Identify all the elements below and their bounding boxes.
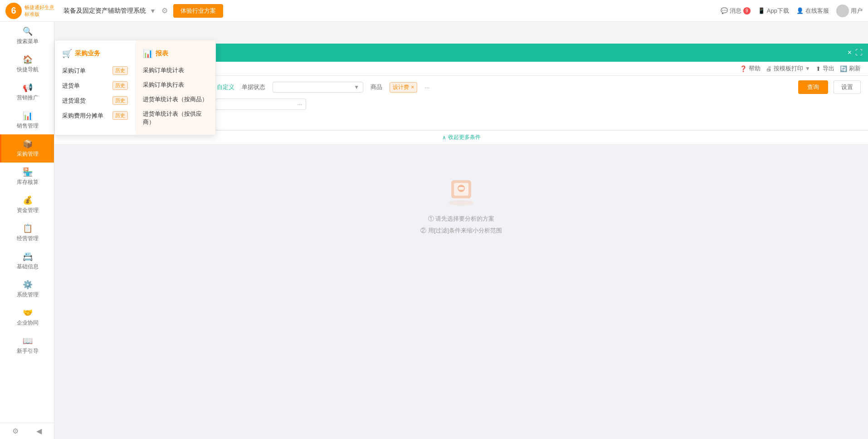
dropdown-item-report-order-exec[interactable]: 采购订单执行表 [136,78,216,92]
sidebar-item-quick-nav[interactable]: 🏠 快捷导航 [0,50,54,78]
print-btn[interactable]: 🖨 按模板打印 ▼ [766,64,810,73]
sidebar-label-inventory: 库存核算 [17,178,39,186]
print-icon: 🖨 [766,65,772,72]
purchase-col-header: 🛒 采购业务 [55,46,135,63]
sidebar-label-system: 系统管理 [17,291,39,299]
report-col: 📊 报表 采购订单统计表 采购订单执行表 进货单统计表（按商品） 进货单统计表（… [136,40,216,135]
sidebar-label-quick-nav: 快捷导航 [17,66,39,74]
refresh-btn[interactable]: 🔄 刷新 [840,64,861,73]
dropdown-item-purchase-expense[interactable]: 采购费用分摊单 历史 [55,108,135,123]
logo: 6 畅捷通好生意 标准版 [5,3,60,19]
logo-icon: 6 [5,3,22,19]
sidebar-label-basic: 基础信息 [17,263,39,271]
empty-hint: ① 请先选择要分析的方案 ② 用[过滤]条件来缩小分析范围 [420,213,502,237]
topbar-right: 💬 消息 9 📱 App下载 👤 在线客服 用户 [721,5,863,17]
system-title: 装备及固定资产辅助管理系统 ▼ [63,7,158,15]
help-icon: ❓ [740,65,747,72]
query-button[interactable]: 查询 [798,80,828,94]
industry-btn[interactable]: 体验行业方案 [173,4,223,18]
sidebar-label-search: 搜索菜单 [17,38,39,45]
sidebar-item-marketing[interactable]: 📢 营销推广 [0,78,54,106]
dropdown-item-purchase-order[interactable]: 采购订单 历史 [55,63,135,78]
salesperson-dots[interactable]: ··· [297,101,302,108]
empty-illustration [443,171,479,207]
home-icon: 🏠 [23,54,33,64]
inventory-icon: 🏪 [23,167,33,177]
sales-icon: 📊 [23,111,33,121]
help-btn[interactable]: ❓ 帮助 [740,64,761,73]
ops-icon: 📋 [23,223,33,233]
refresh-icon: 🔄 [840,65,847,72]
hist-badge-2: 历史 [112,96,128,105]
export-icon: ⬆ [816,65,821,72]
logo-text: 畅捷通好生意 标准版 [24,4,54,17]
system-icon: ⚙️ [23,280,33,290]
dropdown-item-report-goods-stat[interactable]: 进货单统计表（按商品） [136,92,216,107]
empty-num-1: ① [428,215,434,222]
goods-tag-value: 设计费 [393,84,409,91]
phone-icon: 📱 [758,7,765,14]
goods-more[interactable]: ··· [424,84,429,91]
status-chevron: ▼ [354,84,359,90]
sidebar-label-guide: 新手引导 [17,347,39,355]
collapse-icon: ∧ [442,134,446,141]
sidebar-item-inventory[interactable]: 🏪 库存核算 [0,163,54,191]
salesperson-select[interactable]: ··· [215,99,306,110]
basic-icon: 📇 [23,252,33,261]
sidebar-item-finance[interactable]: 💰 资金管理 [0,191,54,219]
message-icon: 💬 [721,7,728,14]
sidebar-item-basic[interactable]: 📇 基础信息 [0,247,54,275]
user-btn[interactable]: 用户 [836,5,863,17]
sidebar-item-sales[interactable]: 📊 销售管理 [0,106,54,134]
purchase-icon: 📦 [23,139,33,149]
topbar: 6 畅捷通好生意 标准版 装备及固定资产辅助管理系统 ▼ ⚙ 体验行业方案 💬 … [0,0,868,22]
app-download-btn[interactable]: 📱 App下载 [758,7,789,15]
hist-badge-3: 历史 [112,111,128,120]
sidebar-item-corp[interactable]: 🤝 企业协同 [0,303,54,331]
message-btn[interactable]: 💬 消息 9 [721,7,751,15]
sidebar-item-search[interactable]: 🔍 搜索菜单 [0,22,54,50]
empty-state: ① 请先选择要分析的方案 ② 用[过滤]条件来缩小分析范围 [54,144,868,264]
purchase-col: 🛒 采购业务 采购订单 历史 进货单 历史 进货退货 历史 采购费用分摊单 历史 [55,40,135,135]
avatar [836,5,849,17]
svg-point-0 [449,200,474,206]
sidebar-label-corp: 企业协同 [17,319,39,327]
dropdown-item-report-supplier-stat[interactable]: 进货单统计表（按供应商） [136,107,216,129]
goods-tag-close[interactable]: × [411,84,414,90]
sidebar-item-purchase[interactable]: 📦 采购管理 [0,134,54,163]
collapse-sidebar-icon[interactable]: ◀ [36,427,42,435]
hist-badge-0: 历史 [112,66,128,75]
sidebar-label-finance: 资金管理 [17,207,39,214]
report-col-header: 📊 报表 [136,46,216,63]
sidebar-label-ops: 经营管理 [17,235,39,242]
svg-rect-4 [458,187,464,190]
dropdown-item-report-order-stat[interactable]: 采购订单统计表 [136,63,216,78]
settings-bottom-icon[interactable]: ⚙ [12,427,19,435]
finance-icon: 💰 [23,195,33,205]
search-icon: 🔍 [23,26,33,36]
purchase-col-icon: 🛒 [62,49,72,59]
sidebar-item-system[interactable]: ⚙️ 系统管理 [0,275,54,303]
date-shortcut-custom[interactable]: 自定义 [217,83,234,91]
dropdown-item-purchase-goods[interactable]: 进货单 历史 [55,78,135,93]
sidebar-label-sales: 销售管理 [17,122,39,130]
goods-tag: 设计费 × [390,82,417,93]
service-icon: 👤 [796,7,804,14]
settings-icon[interactable]: ⚙ [161,6,168,15]
tab-close-all-icon[interactable]: × [848,49,852,57]
online-service-btn[interactable]: 👤 在线客服 [796,7,829,15]
sidebar: 🔍 搜索菜单 🏠 快捷导航 📢 营销推广 📊 销售管理 📦 采购管理 🏪 库存核… [0,22,54,439]
export-btn[interactable]: ⬆ 导出 [816,64,834,73]
empty-num-2: ② [420,227,426,234]
status-select[interactable]: ▼ [273,82,363,93]
print-chevron: ▼ [805,65,810,72]
settings-button[interactable]: 设置 [834,80,861,94]
hist-badge-1: 历史 [112,81,128,90]
corp-icon: 🤝 [23,308,33,318]
sidebar-item-ops[interactable]: 📋 经营管理 [0,219,54,247]
purchase-dropdown-menu: 🛒 采购业务 采购订单 历史 进货单 历史 进货退货 历史 采购费用分摊单 历史… [54,40,216,135]
tabbar-right: × ⛶ [848,49,868,57]
dropdown-item-purchase-return[interactable]: 进货退货 历史 [55,93,135,108]
tab-fullscreen-icon[interactable]: ⛶ [855,49,863,57]
sidebar-item-guide[interactable]: 📖 新手引导 [0,331,54,360]
